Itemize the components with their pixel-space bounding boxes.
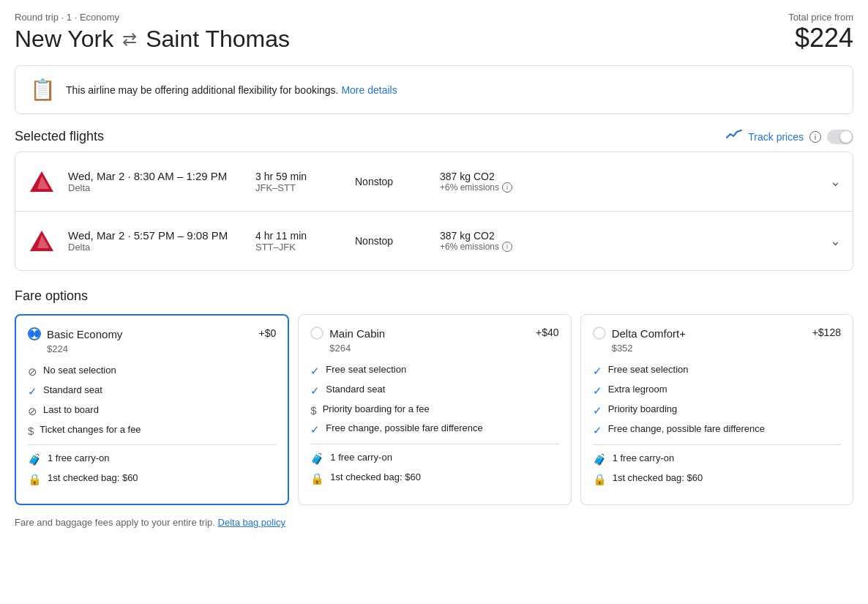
bag-icon: 🧳 (593, 453, 607, 466)
fare-name-main-cabin: Main Cabin (329, 327, 385, 340)
dollar-icon: $ (28, 425, 34, 437)
check-icon: ✓ (593, 365, 602, 378)
flight-time: Wed, Mar 2 · 5:57 PM – 9:08 PM (68, 229, 244, 242)
list-item: ✓ Free seat selection (593, 364, 841, 378)
check-icon: ✓ (310, 384, 320, 398)
flight-stops: Nonstop (355, 235, 428, 247)
fare-name-row: Basic Economy (28, 327, 122, 340)
list-item: ⊘ No seat selection (28, 365, 276, 379)
duration-time: 3 hr 59 min (255, 171, 343, 182)
selected-flights-header: Selected flights Track prices i (15, 129, 853, 144)
route-arrow-icon: ⇄ (122, 29, 137, 50)
bag-icon: 🧳 (28, 453, 42, 466)
header-left: Round trip · 1 · Economy New York ⇄ Sain… (15, 12, 290, 53)
fare-divider (593, 444, 841, 445)
bag2-icon: 🔒 (28, 473, 42, 486)
footer-text: Fare and baggage fees apply to your enti… (15, 517, 853, 528)
total-label: Total price from (788, 12, 853, 23)
flight-time: Wed, Mar 2 · 8:30 AM – 1:29 PM (68, 170, 244, 182)
list-item: ✓ Free seat selection (310, 364, 558, 378)
emissions-info-icon[interactable]: i (502, 242, 512, 252)
emissions-sub: +6% emissions i (440, 182, 818, 193)
check-icon: ✓ (593, 404, 602, 417)
bag-icon: 🧳 (310, 452, 324, 466)
fare-price-main-cabin: $264 (310, 343, 558, 354)
fare-price-basic-economy: $224 (28, 343, 276, 354)
destination-city: Saint Thomas (146, 26, 290, 53)
flight-duration: 3 hr 59 min JFK–STT (255, 171, 343, 193)
list-item: $ Priority boarding for a fee (310, 403, 558, 417)
list-item: 🧳 1 free carry-on (28, 452, 276, 466)
fare-divider (28, 444, 276, 445)
ban-icon: ⊘ (28, 365, 37, 379)
fare-price-delta-comfort: $352 (593, 343, 841, 354)
trip-meta: Round trip · 1 · Economy (15, 12, 290, 23)
list-item: 🔒 1st checked bag: $60 (310, 471, 558, 485)
duration-route: STT–JFK (255, 242, 343, 253)
fare-addon-main-cabin: +$40 (536, 327, 559, 338)
list-item: 🔒 1st checked bag: $60 (593, 472, 841, 486)
flights-container: Wed, Mar 2 · 8:30 AM – 1:29 PM Delta 3 h… (15, 152, 853, 271)
fare-radio-basic-economy[interactable] (28, 327, 41, 340)
fare-features-basic-economy: ⊘ No seat selection ✓ Standard seat ⊘ La… (28, 365, 276, 437)
fare-name-basic-economy: Basic Economy (47, 328, 122, 340)
emissions-info-icon[interactable]: i (502, 182, 512, 193)
fare-features-main-cabin: ✓ Free seat selection ✓ Standard seat $ … (310, 364, 558, 436)
list-item: ⊘ Last to board (28, 404, 276, 418)
list-item: $ Ticket changes for a fee (28, 424, 276, 437)
list-item: ✓ Standard seat (28, 384, 276, 398)
fare-card-header: Basic Economy +$0 (28, 327, 276, 340)
fare-bag-features-delta-comfort: 🧳 1 free carry-on 🔒 1st checked bag: $60 (593, 452, 841, 486)
check-icon: ✓ (28, 385, 37, 398)
page-header: Round trip · 1 · Economy New York ⇄ Sain… (15, 12, 853, 53)
fare-card-main-cabin[interactable]: Main Cabin +$40 $264 ✓ Free seat selecti… (298, 314, 571, 505)
fare-card-basic-economy[interactable]: Basic Economy +$0 $224 ⊘ No seat selecti… (15, 314, 289, 505)
bag2-icon: 🔒 (310, 472, 324, 485)
bag2-icon: 🔒 (593, 473, 607, 486)
flight-expand-icon[interactable]: ⌄ (830, 233, 841, 249)
flexibility-icon: 📋 (30, 78, 56, 102)
track-prices-label[interactable]: Track prices (748, 131, 804, 143)
fare-addon-delta-comfort: +$128 (812, 327, 841, 338)
emissions-amount: 387 kg CO2 (440, 230, 818, 242)
track-prices-container: Track prices i (726, 129, 853, 144)
flight-airline: Delta (68, 242, 244, 253)
flight-airline: Delta (68, 182, 244, 193)
flight-row: Wed, Mar 2 · 5:57 PM – 9:08 PM Delta 4 h… (15, 212, 853, 270)
fare-radio-main-cabin[interactable] (310, 327, 323, 340)
fare-bag-features-main-cabin: 🧳 1 free carry-on 🔒 1st checked bag: $60 (310, 452, 558, 485)
route-title: New York ⇄ Saint Thomas (15, 26, 290, 53)
fare-addon-basic-economy: +$0 (259, 327, 277, 339)
fare-card-header: Main Cabin +$40 (310, 327, 558, 340)
fare-radio-delta-comfort[interactable] (593, 327, 606, 340)
delta-bag-policy-link[interactable]: Delta bag policy (218, 517, 286, 528)
emissions-amount: 387 kg CO2 (440, 171, 818, 182)
fare-cards-container: Basic Economy +$0 $224 ⊘ No seat selecti… (15, 314, 853, 505)
track-prices-info-icon[interactable]: i (809, 131, 821, 143)
track-prices-toggle[interactable] (827, 130, 853, 144)
fare-card-delta-comfort[interactable]: Delta Comfort+ +$128 $352 ✓ Free seat se… (580, 314, 853, 505)
origin-city: New York (15, 26, 113, 53)
flight-expand-icon[interactable]: ⌄ (830, 174, 841, 190)
duration-route: JFK–STT (255, 182, 343, 193)
info-banner-text: This airline may be offering additional … (66, 84, 397, 96)
list-item: ✓ Priority boarding (593, 403, 841, 417)
list-item: ✓ Standard seat (310, 384, 558, 398)
fare-features-delta-comfort: ✓ Free seat selection ✓ Extra legroom ✓ … (593, 364, 841, 437)
fare-name-row: Main Cabin (310, 327, 385, 340)
list-item: 🔒 1st checked bag: $60 (28, 472, 276, 486)
list-item: ✓ Free change, possible fare difference (310, 422, 558, 436)
flight-info: Wed, Mar 2 · 8:30 AM – 1:29 PM Delta (68, 170, 244, 193)
track-prices-chart-icon (726, 129, 742, 144)
emissions-sub: +6% emissions i (440, 242, 818, 252)
fare-options-title: Fare options (15, 288, 853, 304)
info-banner: 📋 This airline may be offering additiona… (15, 65, 853, 114)
dollar-icon: $ (310, 404, 316, 417)
duration-time: 4 hr 11 min (255, 230, 343, 242)
check-icon: ✓ (593, 384, 602, 398)
fare-name-row: Delta Comfort+ (593, 327, 686, 340)
more-details-link[interactable]: More details (341, 84, 397, 96)
airline-logo (27, 226, 56, 256)
flight-emissions: 387 kg CO2 +6% emissions i (440, 171, 818, 193)
check-icon: ✓ (310, 365, 320, 378)
